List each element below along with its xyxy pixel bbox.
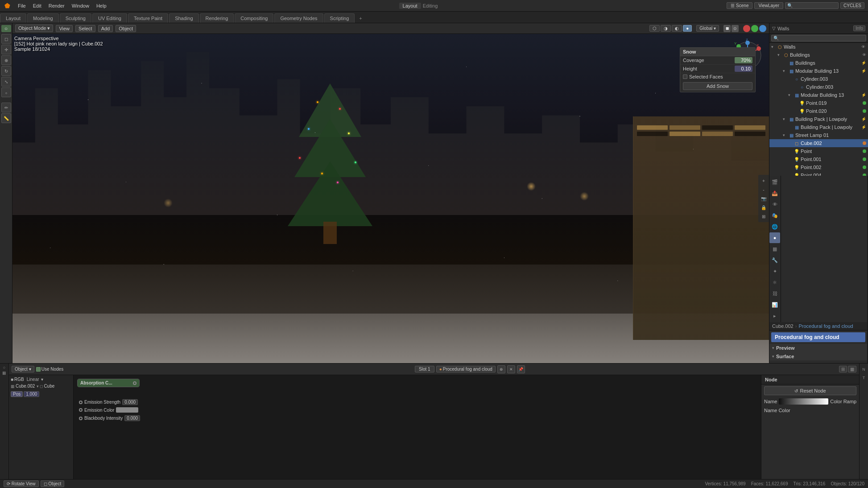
outliner-item-modular-13[interactable]: ▾ ▦ Modular Building 13 ⚡ (769, 67, 868, 75)
outliner-filter-icon[interactable]: ▽ (772, 26, 776, 31)
ws-tab-uv[interactable]: UV Editing (92, 13, 127, 23)
outliner-item-building-pack[interactable]: ▾ ▦ Building Pack | Lowpoly ⚡ (769, 115, 868, 123)
outliner-info-btn[interactable]: Info (853, 25, 865, 31)
node-left-icon-2[interactable]: ▦ (2, 371, 6, 375)
measure-tool[interactable]: 📏 (1, 113, 11, 123)
outliner-item-cylinder-003[interactable]: ▸ ○ Cylinder.003 (769, 75, 868, 83)
menu-help[interactable]: Help (93, 0, 110, 11)
outliner-item-point001[interactable]: 💡 Point.001 (769, 155, 868, 163)
props-tab-view[interactable]: 👁 (769, 199, 780, 210)
add-snow-button[interactable]: Add Snow (683, 82, 752, 90)
outliner-item-cube002[interactable]: ▸ ◻ Cube.002 (769, 139, 868, 147)
blackbody-value[interactable]: 0.000 (124, 415, 140, 421)
props-tab-render[interactable]: 🎬 (769, 177, 780, 187)
reset-node-button[interactable]: ↺ Reset Node (764, 386, 856, 395)
menu-render[interactable]: Render (45, 0, 68, 11)
object-menu[interactable]: Object (116, 25, 136, 32)
outliner-item-buildings[interactable]: ▾ ⬡ Buildings 👁 (769, 51, 868, 59)
zoom-in-icon[interactable]: + (760, 177, 768, 185)
menu-file[interactable]: File (14, 0, 29, 11)
surface-section-header[interactable]: ▾ Surface (769, 352, 867, 360)
viewport-shading-wire[interactable]: ⬡ (649, 25, 660, 32)
outliner-search-input[interactable]: 🔍 (771, 35, 866, 41)
outliner-item-buildings-obj[interactable]: ▸ ▦ Buildings ⚡ (769, 59, 868, 67)
view-menu[interactable]: View (56, 25, 73, 32)
outliner-item-point019[interactable]: ▸ 💡 Point.019 (769, 99, 868, 107)
zoom-out-icon[interactable]: - (760, 186, 768, 194)
props-tab-output[interactable]: 📤 (769, 188, 780, 199)
render-engine[interactable]: CYCLES (840, 2, 864, 9)
viewport-area[interactable]: Camera Perspective [152] Hot pink neon l… (12, 34, 769, 363)
scale-tool[interactable]: ⤡ (1, 77, 11, 87)
scene-selector[interactable]: ☰ Scene (727, 2, 752, 9)
snow-height-value[interactable]: 0.10 (735, 66, 752, 72)
camera-dot-red[interactable] (743, 25, 750, 32)
transform-tool[interactable]: ⬦ (1, 87, 11, 97)
node-view-icon-1[interactable]: ⊞ (839, 366, 847, 372)
object-view-btn[interactable]: ◻ Object (41, 480, 65, 487)
props-tab-world[interactable]: 🌐 (769, 221, 780, 232)
global-local[interactable]: Global ▾ (696, 25, 719, 32)
select-tool[interactable]: ◻ (1, 34, 11, 44)
cursor-tool[interactable]: ✛ (1, 45, 11, 54)
snap-toggle[interactable]: 🔲 (723, 25, 731, 32)
outliner-item-point[interactable]: 💡 Point (769, 147, 868, 155)
node-header-icon-1[interactable]: ⊕ (497, 365, 505, 373)
outliner-item-walls[interactable]: ▾ ⬡ Walls 👁 (769, 43, 868, 51)
ws-tab-geometry[interactable]: Geometry Nodes (274, 13, 323, 23)
ws-tab-rendering[interactable]: Rendering (200, 13, 234, 23)
annotate-tool[interactable]: ✏ (1, 103, 11, 112)
ws-tab-shading[interactable]: Shading (169, 13, 198, 23)
color-ramp-display[interactable] (779, 398, 828, 405)
move-tool[interactable]: ⊕ (1, 55, 11, 65)
props-tab-physics[interactable]: ⚛ (769, 277, 780, 288)
node-left-icon-1[interactable]: ○ (3, 365, 5, 370)
ws-tab-texture[interactable]: Texture Paint (128, 13, 168, 23)
viewport-shading-render[interactable]: ● (683, 25, 692, 32)
emission-color-swatch[interactable] (116, 407, 138, 413)
node-canvas[interactable]: Absorption C... Emission Strength 0.000 … (74, 375, 761, 476)
props-tab-modifier[interactable]: 🔧 (769, 255, 780, 265)
menu-edit[interactable]: Edit (29, 0, 45, 11)
snow-coverage-value[interactable]: 70% (735, 57, 752, 63)
camera-dot-blue[interactable] (759, 25, 766, 32)
props-tab-object-data[interactable]: ▸ (769, 310, 780, 321)
material-name-display[interactable]: ● Procedural fog and cloud (436, 366, 496, 372)
select-menu[interactable]: Select (75, 25, 95, 32)
use-nodes-toggle[interactable]: Use Nodes (36, 367, 63, 372)
node-header-icon-pin[interactable]: 📌 (517, 365, 525, 373)
outliner-item-modular-13b[interactable]: ▾ ▦ Modular Building 13 ⚡ (769, 91, 868, 99)
node-header-icon-2[interactable]: ✕ (507, 365, 515, 373)
node-strip-btn-2[interactable]: T (860, 374, 868, 382)
selected-faces-checkbox[interactable] (683, 74, 687, 79)
ws-tab-add[interactable]: + (355, 14, 365, 23)
outliner-item-building-pack-2[interactable]: ▸ ▦ Building Pack | Lowpoly ⚡ (769, 123, 868, 131)
props-tab-object[interactable]: ▦ (769, 244, 780, 254)
viewport-shading-material[interactable]: ◐ (672, 25, 682, 32)
outliner-item-point020[interactable]: ▸ 💡 Point.020 (769, 107, 868, 115)
camera-dot-green[interactable] (751, 25, 758, 32)
ws-tab-layout[interactable]: Layout (0, 13, 26, 23)
add-menu[interactable]: Add (98, 25, 113, 32)
props-tab-constraints[interactable]: ⛓ (769, 288, 780, 299)
menu-window[interactable]: Window (68, 0, 93, 11)
local-view-icon[interactable]: ⊞ (760, 212, 768, 220)
props-tab-data[interactable]: 📊 (769, 299, 780, 310)
props-tab-material[interactable]: ● (769, 232, 780, 243)
bc-cube002[interactable]: Cube.002 (772, 323, 794, 329)
node-type-dropdown[interactable]: Object ▾ (12, 366, 34, 372)
rotate-view-btn[interactable]: ⟳ Rotate View (4, 480, 39, 487)
outliner-item-cylinder-003b[interactable]: ▸ ○ Cylinder.003 (769, 83, 868, 91)
global-search[interactable]: 🔍 (785, 2, 839, 9)
camera-view-icon[interactable]: 📷 (760, 194, 768, 203)
ws-tab-modeling[interactable]: Modeling (27, 13, 59, 23)
object-mode-btn[interactable]: O (1, 25, 11, 32)
props-tab-scene[interactable]: 🎭 (769, 210, 780, 221)
props-tab-particles[interactable]: ✦ (769, 266, 780, 277)
ws-tab-scripting[interactable]: Scripting (324, 13, 355, 23)
proportional-edit[interactable]: ⊙ (732, 25, 739, 32)
ws-tab-compositing[interactable]: Compositing (235, 13, 273, 23)
node-view-icon-2[interactable]: ▦ (848, 366, 856, 372)
outliner-item-point004[interactable]: 💡 Point.004 (769, 171, 868, 176)
preview-section-header[interactable]: ▾ Preview (769, 344, 867, 352)
